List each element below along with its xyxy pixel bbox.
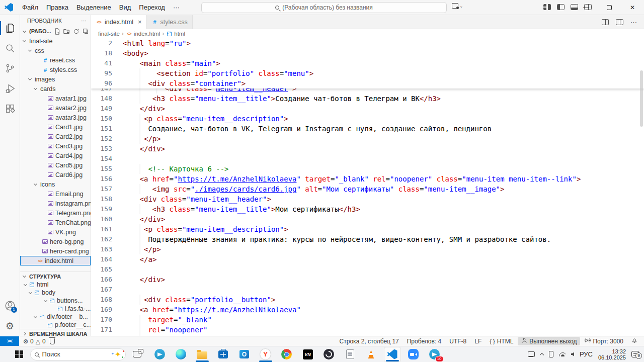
menubar-item[interactable]: Вид <box>115 2 135 13</box>
line-number[interactable]: 154 <box>91 154 112 164</box>
outline-item[interactable]: p.footer__c... <box>20 321 91 329</box>
code-line[interactable]: 159<h3 class="menu-item__title">Мои серт… <box>91 204 644 214</box>
code-line[interactable]: 151Создание, чат-ботов в VK, Telegram и … <box>91 124 644 134</box>
taskbar-app-outlook[interactable] <box>236 347 253 362</box>
line-number[interactable]: 159 <box>91 204 112 214</box>
code-line[interactable]: 162Подтверждённые знания и практика: кур… <box>91 234 644 244</box>
line-number[interactable]: 41 <box>91 58 112 68</box>
tree-item[interactable]: Card2.jpg <box>20 132 91 141</box>
line-number[interactable]: 160 <box>91 214 112 224</box>
taskbar-app-obs[interactable] <box>320 347 338 362</box>
tree-item[interactable]: Card4.jpg <box>20 151 91 160</box>
taskbar-app-chrome[interactable] <box>278 347 295 362</box>
taskbar-app-explorer[interactable] <box>194 347 211 362</box>
breadcrumb-item[interactable]: html <box>166 31 185 37</box>
line-number[interactable]: 148 <box>91 94 112 104</box>
line-number[interactable]: 156 <box>91 174 112 184</box>
taskbar-search[interactable]: Поиск ✦ <box>30 348 126 360</box>
new-folder-icon[interactable] <box>63 28 70 35</box>
command-center[interactable]: (Рабочая область) без названия <box>201 2 447 13</box>
code-line[interactable]: 147<div class="menu-item__header"> <box>91 88 644 94</box>
code-line[interactable]: 163</p> <box>91 244 644 254</box>
tree-item[interactable]: hero-bg.png <box>20 237 91 246</box>
editor-tab[interactable]: #styles.css <box>147 15 193 29</box>
line-number[interactable]: 161 <box>91 224 112 234</box>
tree-item[interactable]: TenChat.png <box>20 218 91 227</box>
taskbar-app-yandex[interactable] <box>257 347 274 362</box>
line-number[interactable]: 170 <box>91 315 112 325</box>
menubar-item[interactable]: Выделение <box>72 2 115 13</box>
code-line[interactable]: 169<a href="https://t.me/AnzhelNikolaeva… <box>91 305 644 315</box>
launch-profile-button[interactable]: ⌄ <box>452 3 463 9</box>
line-number[interactable]: 95 <box>91 68 112 78</box>
outline-item[interactable]: body <box>20 289 91 297</box>
split-editor-icon[interactable] <box>602 19 609 25</box>
status-language[interactable]: { }HTML <box>486 337 517 345</box>
media-tray-icon[interactable] <box>528 351 535 357</box>
line-number[interactable]: 158 <box>91 194 112 204</box>
line-number[interactable]: 149 <box>91 104 112 114</box>
line-number[interactable]: 171 <box>91 325 112 335</box>
tree-item[interactable]: VK.png <box>20 227 91 237</box>
outline-item[interactable]: html <box>20 281 91 289</box>
taskbar-app-store[interactable] <box>215 347 232 362</box>
taskbar-app-telegram[interactable] <box>151 347 169 362</box>
maximize-button[interactable] <box>598 0 621 15</box>
code-line[interactable]: 41<main class="main"> <box>91 58 644 68</box>
code-line[interactable]: 171rel="noopener" <box>91 325 644 335</box>
tree-item[interactable]: #reset.css <box>20 55 91 65</box>
line-number[interactable]: 167 <box>91 285 112 295</box>
breadcrumb-item[interactable]: <>index.html <box>126 31 160 37</box>
notification-center-icon[interactable]: 9 <box>631 351 639 357</box>
tree-item[interactable]: Card6.jpg <box>20 170 91 179</box>
extension-status-icon[interactable] <box>50 338 55 344</box>
tree-item[interactable]: avatar2.jpg <box>20 103 91 113</box>
code-line[interactable]: 167 <box>91 285 644 295</box>
code-line[interactable]: 161<p class="menu-item__description"> <box>91 224 644 234</box>
tree-item[interactable]: Telegram.png <box>20 208 91 218</box>
line-number[interactable]: 155 <box>91 164 112 174</box>
code-line[interactable]: 96<div class="container"> <box>91 78 644 88</box>
code-line[interactable]: 154 <box>91 154 644 164</box>
status-indent[interactable]: Пробелов: 4 <box>404 337 445 345</box>
tree-item[interactable]: instagram.png <box>20 199 91 208</box>
code-editor[interactable]: 2<html lang="ru">18<body>41<main class="… <box>91 38 644 336</box>
line-number[interactable]: 164 <box>91 254 112 264</box>
timeline-section-header[interactable]: ВРЕМЕННАЯ ШКАЛА <box>20 329 91 336</box>
toggle-sidebar-icon[interactable] <box>557 4 565 10</box>
tree-item[interactable]: final-site <box>20 36 91 46</box>
vertical-scrollbar[interactable] <box>640 70 643 127</box>
menubar-item[interactable]: Переход <box>135 2 169 13</box>
tree-item[interactable]: Card1.jpg <box>20 122 91 132</box>
code-line[interactable]: 158<div class="menu-item__header"> <box>91 194 644 204</box>
tree-item[interactable]: css <box>20 46 91 55</box>
phone-link-icon[interactable] <box>549 351 553 357</box>
tree-item[interactable]: Card5.jpg <box>20 160 91 170</box>
tree-item[interactable]: <>index.html <box>20 256 91 265</box>
line-number[interactable]: 163 <box>91 244 112 254</box>
tree-item[interactable]: #styles.css <box>20 65 91 74</box>
code-line[interactable]: 164</a> <box>91 254 644 264</box>
status-encoding[interactable]: UTF-8 <box>446 337 470 345</box>
menubar-item[interactable]: ··· <box>169 2 184 13</box>
editor-more-actions-icon[interactable]: ··· <box>630 18 637 26</box>
settings-gear-icon[interactable]: ⚙ <box>0 316 20 336</box>
code-line[interactable]: 2<html lang="ru"> <box>91 38 644 48</box>
tree-item[interactable]: avatar1.jpg <box>20 94 91 103</box>
outline-item[interactable]: buttons... <box>20 297 91 305</box>
code-line[interactable]: 18<body> <box>91 48 644 58</box>
line-number[interactable]: 96 <box>91 78 112 88</box>
tree-item[interactable]: avatar3.jpg <box>20 113 91 122</box>
taskbar-app-zoom[interactable] <box>405 347 422 362</box>
line-number[interactable]: 150 <box>91 114 112 124</box>
code-line[interactable]: 150<p class="menu-item__description"> <box>91 114 644 124</box>
code-line[interactable]: 168<div class="portfolio__button"> <box>91 295 644 305</box>
search-view-icon[interactable] <box>0 38 20 58</box>
wifi-icon[interactable] <box>559 352 566 356</box>
line-number[interactable]: 147 <box>91 88 112 94</box>
line-number[interactable]: 168 <box>91 295 112 305</box>
problems-status[interactable]: ⊗ 0 △ 0 <box>19 338 59 345</box>
explorer-icon[interactable] <box>0 18 20 38</box>
extensions-icon[interactable] <box>0 99 20 119</box>
menubar-item[interactable]: Файл <box>18 2 42 13</box>
